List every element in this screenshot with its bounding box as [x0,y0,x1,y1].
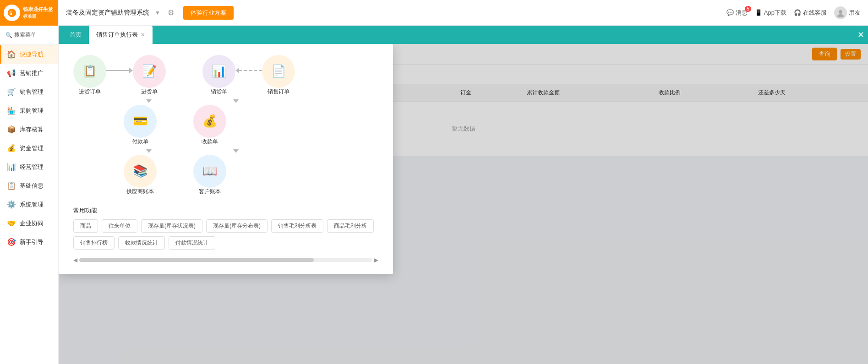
purchase-order-node[interactable]: 📋 [73,55,106,88]
flow-arrows-down-row [73,99,378,103]
flow-col-purchase-bill: 📝 进货单 [133,55,166,96]
close-all-tabs-btn[interactable]: ✕ [857,30,864,40]
service-icon: 🎧 [794,9,801,16]
sidebar-item-purchase[interactable]: 🏪 采购管理 [0,101,58,120]
sales-bill-label: 销货单 [211,88,227,96]
sidebar-item-inventory[interactable]: 📦 库存核算 [0,120,58,139]
sales-order-node[interactable]: 📄 [262,55,295,88]
purchase-bill-node[interactable]: 📝 [133,55,166,88]
sidebar-item-operations[interactable]: 📊 经营管理 [0,158,58,176]
purchase-bill-label: 进货单 [141,88,158,96]
purchase-order-label: 进货订单 [79,88,101,96]
message-icon: 💬 [726,9,734,16]
collab-icon: 🤝 [7,219,16,228]
sidebar-item-system[interactable]: ⚙️ 系统管理 [0,195,58,214]
home-icon: 🏠 [7,50,16,59]
svg-text:📖: 📖 [202,163,218,178]
common-function-buttons-2: 销售排行榜 收款情况统计 付款情况统计 [73,236,378,250]
logo-text: 畅康通好生意 标准版 [23,6,53,19]
flow-col-supplier-ledger: 📚 供应商账本 [124,155,157,196]
app-download-btn[interactable]: 📱 App下载 [755,9,786,17]
message-badge: 5 [745,6,751,12]
payment-bill-label: 付款单 [132,138,148,146]
newbie-icon: 🎯 [7,238,16,246]
scroll-right-btn[interactable]: ▶ [374,257,378,263]
svg-text:💰: 💰 [202,114,218,128]
cf-btn-goods[interactable]: 商品 [73,219,98,233]
gear-icon[interactable]: ⚙ [168,8,174,17]
quick-guide-popup: 📋 进货订单 📝 [59,44,393,274]
system-dropdown[interactable]: ▼ [155,10,160,16]
sales-bill-node[interactable]: 📊 [202,55,235,88]
sidebar-item-sales[interactable]: 🛒 销售管理 [0,82,58,101]
svg-text:📄: 📄 [271,64,286,78]
common-function-buttons: 商品 往来单位 现存量(库存状况表) 现存量(库存分布表) 销售毛利分析表 商品… [73,219,378,233]
svg-point-3 [837,14,844,17]
scroll-left-btn[interactable]: ◀ [73,257,77,263]
trial-btn[interactable]: 体验行业方案 [183,6,234,20]
svg-text:📋: 📋 [84,65,97,77]
sales-icon: 🛒 [7,87,16,96]
online-service-btn[interactable]: 🎧 在线客服 [794,9,827,17]
flow-col-payment-bill: 💳 付款单 [124,105,157,146]
basic-info-icon: 📋 [7,181,16,190]
cf-btn-goods-profit[interactable]: 商品毛利分析 [327,219,374,233]
scrollbar-thumb [79,258,314,262]
search-icon: 🔍 [5,32,12,38]
inventory-icon: 📦 [7,125,16,134]
svg-text:💳: 💳 [133,114,148,128]
payment-bill-node[interactable]: 💳 [124,105,157,138]
operations-icon: 📊 [7,163,16,171]
cf-btn-payment-stat[interactable]: 付款情况统计 [169,236,215,250]
supplier-ledger-node[interactable]: 📚 [124,155,157,188]
flow-col-receipt-bill: 💰 收款单 [193,105,226,146]
sidebar-item-newbie[interactable]: 🎯 新手引导 [0,233,58,251]
tab-home[interactable]: 首页 [62,26,89,44]
common-functions: 常用功能 商品 往来单位 现存量(库存状况表) 现存量(库存分布表) 销售毛利分… [73,206,378,250]
sidebar-item-collab[interactable]: 🤝 企业协同 [0,214,58,233]
purchase-icon: 🏪 [7,106,16,115]
topbar: 装备及固定资产辅助管理系统 ▼ ⚙ 体验行业方案 💬 消息 5 📱 App下载 … [59,0,868,26]
avatar [834,6,847,19]
flow-diagram: 📋 进货订单 📝 [73,55,378,199]
sidebar: 6 畅康通好生意 标准版 🔍 搜索菜单 🏠 快捷导航 📢 营销推广 🛒 销售管理… [0,0,59,364]
topbar-right: 💬 消息 5 📱 App下载 🎧 在线客服 用友 [726,6,861,19]
finance-icon: 💰 [7,144,16,152]
user-menu[interactable]: 用友 [834,6,861,19]
tab-sales-order-exec[interactable]: 销售订单执行表 ✕ [89,26,153,44]
sidebar-item-quick-nav[interactable]: 🏠 快捷导航 [0,45,58,64]
sidebar-item-marketing[interactable]: 📢 营销推广 [0,64,58,82]
tab-close-icon[interactable]: ✕ [141,32,145,38]
svg-point-2 [839,10,842,14]
sidebar-logo: 6 畅康通好生意 标准版 [0,0,58,26]
cf-btn-stock-dist[interactable]: 现存量(库存分布表) [206,219,267,233]
sidebar-search[interactable]: 🔍 搜索菜单 [0,26,58,45]
cf-btn-stock-status[interactable]: 现存量(库存状况表) [141,219,202,233]
sales-order-label: 销售订单 [267,88,289,96]
flow-col-sales-order: 📄 销售订单 [262,55,295,96]
cf-btn-sales-rank[interactable]: 销售排行榜 [73,236,115,250]
content-area: ❓ 帮助 🖨 按模板打印 ▼ 📤 导出 🔄 刷新 查询 设置 [59,44,868,364]
flow-row-2: 💳 付款单 💰 收款单 [73,105,378,146]
cf-btn-partners[interactable]: 往来单位 [102,219,137,233]
scrollbar-track[interactable] [79,258,372,262]
svg-text:📝: 📝 [142,64,157,78]
receipt-bill-node[interactable]: 💰 [193,105,226,138]
sidebar-nav: 🏠 快捷导航 📢 营销推广 🛒 销售管理 🏪 采购管理 📦 库存核算 💰 资金管… [0,45,58,364]
message-btn[interactable]: 💬 消息 5 [726,9,748,17]
sidebar-item-finance[interactable]: 💰 资金管理 [0,139,58,158]
cf-btn-receipt-stat[interactable]: 收款情况统计 [118,236,165,250]
cf-btn-sales-profit[interactable]: 销售毛利分析表 [271,219,323,233]
flow-col-sales-bill: 📊 销货单 [202,55,235,96]
search-menu-button[interactable]: 🔍 搜索菜单 [4,29,55,41]
svg-text:6: 6 [10,11,12,16]
tabs-bar: 首页 销售订单执行表 ✕ ✕ [59,26,868,44]
common-functions-title: 常用功能 [73,206,378,215]
flow-col-customer-ledger: 📖 客户账本 [193,155,226,196]
sidebar-item-basic-info[interactable]: 📋 基础信息 [0,176,58,195]
svg-text:📊: 📊 [212,64,227,78]
customer-ledger-label: 客户账本 [199,188,221,196]
system-title: 装备及固定资产辅助管理系统 [66,9,149,17]
customer-ledger-node[interactable]: 📖 [193,155,226,188]
svg-text:📚: 📚 [133,163,148,178]
